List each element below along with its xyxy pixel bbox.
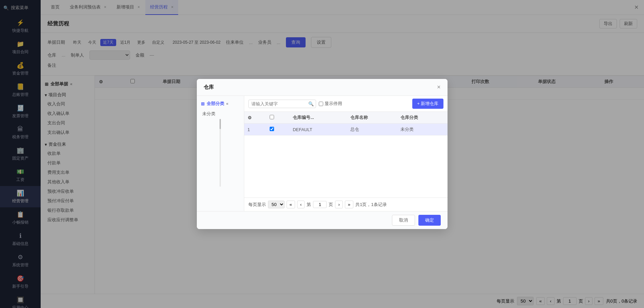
warehouse-search-input[interactable] — [251, 101, 308, 106]
dialog-page-size-label: 每页显示 — [248, 202, 266, 208]
show-disabled-checkbox[interactable] — [319, 102, 323, 106]
show-disabled-label[interactable]: 显示停用 — [319, 101, 342, 107]
modal-overlay: 仓库 × ⊞ 全部分类 « 未分类 — [0, 0, 644, 308]
row-code: DEFAULT — [289, 124, 347, 136]
warehouse-dialog: 仓库 × ⊞ 全部分类 « 未分类 — [197, 79, 448, 229]
table-row[interactable]: 1 DEFAULT 总仓 未分类 — [244, 124, 448, 136]
cancel-button[interactable]: 取消 — [392, 215, 415, 226]
confirm-button[interactable]: 确定 — [418, 215, 441, 226]
dialog-header: 仓库 × — [197, 79, 448, 96]
dialog-toolbar: 🔍 显示停用 + 新增仓库 — [244, 96, 448, 112]
dialog-close-button[interactable]: × — [437, 84, 441, 91]
dialog-col-name: 仓库名称 — [347, 112, 397, 124]
dialog-footer: 取消 确定 — [197, 211, 448, 229]
dialog-left-header[interactable]: ⊞ 全部分类 « — [197, 99, 244, 109]
search-box: 🔍 — [248, 100, 316, 108]
dialog-table-wrap: ⚙ 仓库编号... 仓库名称 仓库分类 1 — [244, 112, 448, 198]
dialog-right-panel: 🔍 显示停用 + 新增仓库 ⚙ — [244, 96, 448, 211]
dialog-title: 仓库 — [204, 84, 214, 90]
dialog-prev-btn[interactable]: ‹ — [297, 201, 305, 208]
row-name: 总仓 — [347, 124, 397, 136]
dialog-page-label: 页 — [329, 202, 333, 208]
dialog-total: 共1页，1条记录 — [355, 202, 387, 208]
warehouse-table: ⚙ 仓库编号... 仓库名称 仓库分类 1 — [244, 112, 448, 136]
dialog-col-code: 仓库编号... — [289, 112, 347, 124]
all-category-label: 全部分类 — [207, 101, 224, 107]
dialog-first-btn[interactable]: « — [287, 201, 295, 208]
dialog-left-panel: ⊞ 全部分类 « 未分类 — [197, 96, 244, 211]
row-category: 未分类 — [397, 124, 447, 136]
dialog-select-all[interactable] — [270, 115, 274, 119]
add-warehouse-button[interactable]: + 新增仓库 — [412, 99, 443, 109]
dialog-col-checkbox[interactable] — [266, 112, 289, 124]
dialog-body: ⊞ 全部分类 « 未分类 🔍 — [197, 96, 448, 211]
dialog-page-pre-label: 第 — [307, 202, 311, 208]
dialog-collapse-icon[interactable]: « — [226, 101, 229, 106]
grid-icon-dialog: ⊞ — [201, 101, 205, 106]
dialog-col-settings[interactable]: ⚙ — [244, 112, 267, 124]
dialog-left-uncategorized[interactable]: 未分类 — [197, 109, 244, 119]
row-checkbox[interactable] — [270, 127, 274, 131]
dialog-page-size-select[interactable]: 50 — [268, 201, 285, 208]
dialog-col-category: 仓库分类 — [397, 112, 447, 124]
dialog-last-btn[interactable]: » — [345, 201, 353, 208]
dialog-pagination: 每页显示 50 « ‹ 第 页 › » 共1页，1条记录 — [244, 198, 448, 211]
show-disabled-text: 显示停用 — [325, 101, 342, 107]
dialog-page-input[interactable] — [313, 201, 327, 208]
row-checkbox-cell — [266, 124, 289, 136]
row-index: 1 — [244, 124, 267, 136]
dialog-next-btn[interactable]: › — [335, 201, 342, 208]
search-icon-dialog[interactable]: 🔍 — [308, 101, 314, 106]
